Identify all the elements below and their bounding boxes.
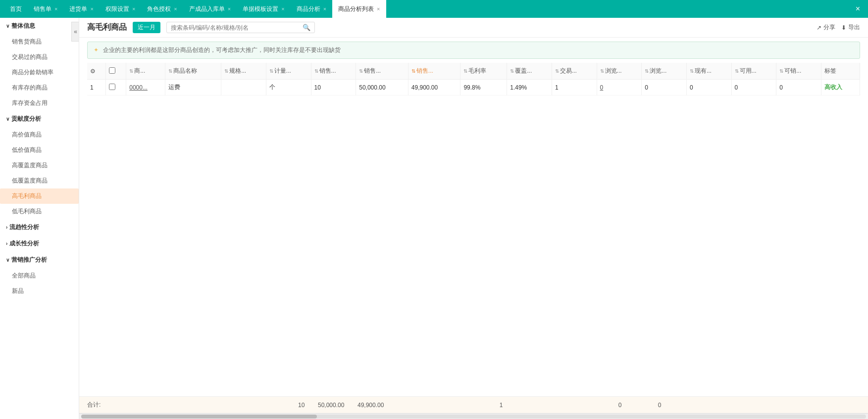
- sidebar-group-contribution-items: 高价值商品 低价值商品 高覆盖度商品 低覆盖度商品 高毛利商品 低毛利商品: [0, 127, 79, 219]
- sidebar-item-goods-age[interactable]: 商品分龄助销率: [0, 65, 79, 80]
- close-purchase-order[interactable]: ×: [90, 6, 93, 12]
- col-gross-rate[interactable]: ⇅毛利率: [460, 63, 507, 80]
- sidebar-group-contribution[interactable]: ∨ 贡献度分析: [0, 111, 79, 127]
- goods-table: ⚙ ⇅商... ⇅商品名称 ⇅规格... ⇅计量... ⇅销售... ⇅销售..…: [87, 63, 860, 95]
- export-icon: ⬇: [841, 24, 846, 31]
- sidebar-item-low-margin[interactable]: 低毛利商品: [0, 204, 79, 219]
- cell-available: 0: [731, 80, 776, 95]
- col-browse1[interactable]: ⇅浏览...: [597, 63, 642, 80]
- close-finished-goods[interactable]: ×: [228, 6, 231, 12]
- select-all-checkbox[interactable]: [109, 67, 115, 74]
- arrow-overall: ∨: [6, 23, 9, 29]
- sidebar: « ∨ 整体信息 销售货商品 交易过的商品 商品分龄助销率 有库存的商品 库存资…: [0, 18, 79, 419]
- col-name[interactable]: ⇅商品名称: [165, 63, 221, 80]
- cell-spec: [221, 80, 266, 95]
- nav-product-analysis-list[interactable]: 商品分析列表 ×: [332, 0, 386, 18]
- arrow-growth: ›: [6, 241, 7, 246]
- nav-template-settings[interactable]: 单据模板设置 ×: [237, 0, 290, 18]
- nav-permission-settings[interactable]: 权限设置 ×: [100, 0, 141, 18]
- cell-gross-rate: 99.8%: [460, 80, 507, 95]
- nav-sales-order[interactable]: 销售单 ×: [28, 0, 63, 18]
- sidebar-group-overall[interactable]: ∨ 整体信息: [0, 18, 79, 34]
- sidebar-group-growth[interactable]: › 成长性分析: [0, 235, 79, 252]
- summary-trade: 1: [467, 402, 507, 409]
- export-button[interactable]: ⬇ 导出: [841, 23, 860, 32]
- nav-role-auth[interactable]: 角色授权 ×: [141, 0, 183, 18]
- sidebar-item-stock-capital[interactable]: 库存资金占用: [0, 95, 79, 111]
- nav-finished-goods[interactable]: 产成品入库单 ×: [183, 0, 237, 18]
- sidebar-item-low-value[interactable]: 低价值商品: [0, 142, 79, 158]
- close-sales-order[interactable]: ×: [54, 6, 57, 12]
- nav-product-analysis[interactable]: 商品分析 ×: [291, 0, 332, 18]
- close-product-analysis-list[interactable]: ×: [377, 6, 380, 12]
- search-icon[interactable]: 🔍: [303, 24, 310, 31]
- table-row: 1 0000... 运费 个 10 50,000.00 49,900.00 99…: [87, 80, 860, 95]
- col-settings[interactable]: ⚙: [87, 63, 105, 80]
- nav-purchase-order[interactable]: 进货单 ×: [63, 0, 99, 18]
- col-trade[interactable]: ⇅交易...: [552, 63, 597, 80]
- close-permission[interactable]: ×: [132, 6, 135, 12]
- summary-sales3: 49,900.00: [348, 402, 388, 409]
- sidebar-collapse-button[interactable]: «: [71, 22, 79, 42]
- search-input[interactable]: [171, 24, 303, 31]
- col-unit[interactable]: ⇅计量...: [266, 63, 311, 80]
- close-role-auth[interactable]: ×: [174, 6, 177, 12]
- sidebar-group-marketing[interactable]: ∨ 营销推广分析: [0, 252, 79, 268]
- sidebar-item-traded-goods[interactable]: 交易过的商品: [0, 49, 79, 65]
- row-checkbox[interactable]: [109, 84, 115, 90]
- col-sellable[interactable]: ⇅可销...: [776, 63, 821, 80]
- table-header-row: ⚙ ⇅商... ⇅商品名称 ⇅规格... ⇅计量... ⇅销售... ⇅销售..…: [87, 63, 860, 80]
- cell-code[interactable]: 0000...: [126, 80, 165, 95]
- page-title: 高毛利商品: [87, 22, 127, 33]
- col-available[interactable]: ⇅可用...: [731, 63, 776, 80]
- col-sales3[interactable]: ⇅销售...: [408, 63, 460, 80]
- cell-unit: 个: [266, 80, 311, 95]
- summary-sales1: 10: [269, 402, 308, 409]
- scrollbar-track[interactable]: [81, 415, 866, 419]
- sidebar-item-new-goods[interactable]: 新品: [0, 283, 79, 299]
- cell-trade: 1: [552, 80, 597, 95]
- cell-sales2: 50,000.00: [356, 80, 408, 95]
- cell-checkbox[interactable]: [105, 80, 126, 95]
- col-current-stock[interactable]: ⇅现有...: [686, 63, 731, 80]
- filter-recent-month-button[interactable]: 近一月: [133, 22, 160, 33]
- sidebar-group-trend[interactable]: › 流趋性分析: [0, 219, 79, 235]
- col-code[interactable]: ⇅商...: [126, 63, 165, 80]
- info-bar: ✦ 企业的主要的利润都是这部分商品创造的，可考虑加大推广，同时关注库存是不要出现…: [87, 42, 860, 59]
- cell-index: 1: [87, 80, 105, 95]
- share-button[interactable]: ↗ 分享: [817, 23, 835, 32]
- nav-home[interactable]: 首页: [4, 0, 28, 18]
- cell-sellable: 0: [776, 80, 821, 95]
- cell-name: 运费: [165, 80, 221, 95]
- col-sales1[interactable]: ⇅销售...: [311, 63, 356, 80]
- col-browse2[interactable]: ⇅浏览...: [642, 63, 687, 80]
- main-layout: « ∨ 整体信息 销售货商品 交易过的商品 商品分龄助销率 有库存的商品 库存资…: [0, 18, 868, 419]
- col-checkbox[interactable]: [105, 63, 126, 80]
- arrow-contribution: ∨: [6, 116, 9, 122]
- sidebar-item-all-goods[interactable]: 全部商品: [0, 268, 79, 283]
- content-header: 高毛利商品 近一月 🔍 ↗ 分享 ⬇ 导出: [79, 18, 868, 38]
- sidebar-item-low-coverage[interactable]: 低覆盖度商品: [0, 173, 79, 188]
- window-close-btn[interactable]: ×: [852, 4, 864, 13]
- scrollbar-thumb[interactable]: [81, 415, 317, 419]
- close-product-analysis[interactable]: ×: [323, 6, 326, 12]
- sidebar-item-high-coverage[interactable]: 高覆盖度商品: [0, 158, 79, 173]
- horizontal-scrollbar[interactable]: [79, 413, 868, 419]
- col-coverage[interactable]: ⇅覆盖...: [507, 63, 552, 80]
- header-actions: ↗ 分享 ⬇ 导出: [817, 23, 860, 32]
- sidebar-item-high-value[interactable]: 高价值商品: [0, 127, 79, 142]
- col-tag[interactable]: 标签: [821, 63, 860, 80]
- summary-available: 0: [586, 402, 625, 409]
- col-spec[interactable]: ⇅规格...: [221, 63, 266, 80]
- arrow-marketing: ∨: [6, 257, 9, 263]
- col-sales2[interactable]: ⇅销售...: [356, 63, 408, 80]
- table-container[interactable]: ⚙ ⇅商... ⇅商品名称 ⇅规格... ⇅计量... ⇅销售... ⇅销售..…: [79, 63, 868, 396]
- summary-bar: 合计: 10 50,000.00 49,900.00 1 0 0: [79, 396, 868, 413]
- info-icon: ✦: [94, 47, 99, 53]
- sidebar-item-sales-goods[interactable]: 销售货商品: [0, 34, 79, 49]
- close-template[interactable]: ×: [281, 6, 284, 12]
- arrow-trend: ›: [6, 225, 7, 230]
- cell-browse1[interactable]: 0: [597, 80, 642, 95]
- sidebar-item-stocked-goods[interactable]: 有库存的商品: [0, 80, 79, 95]
- sidebar-item-high-margin[interactable]: 高毛利商品: [0, 188, 79, 204]
